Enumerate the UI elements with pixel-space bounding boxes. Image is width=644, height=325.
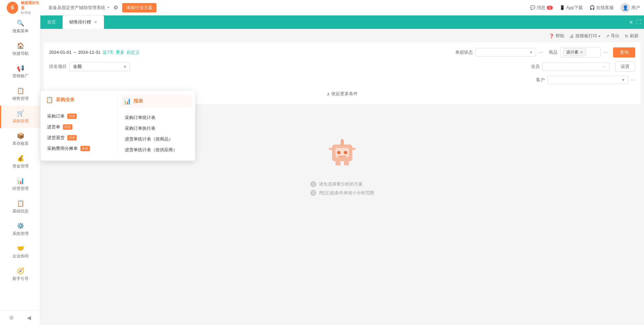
sidebar-item-search[interactable]: 🔍 搜索菜单 <box>0 15 40 38</box>
tip-1-num: 1 <box>310 181 316 187</box>
purchase-dropdown-columns: 📋 采购业务 采购订单 历史 进货单 历史 进货退货 历史 采购费用分摊单 历史 <box>46 96 190 155</box>
sales-icon: 📋 <box>17 87 24 94</box>
sidebar-label-purchase: 采购管理 <box>12 118 29 124</box>
sidebar-item-basic[interactable]: 📋 基础信息 <box>0 196 40 218</box>
goods-more-icon[interactable]: ··· <box>603 49 608 55</box>
goods-tag-close-icon[interactable]: ✕ <box>580 50 583 55</box>
sidebar-item-enterprise[interactable]: 🤝 企业协同 <box>0 241 40 263</box>
tab-close-window-icon[interactable]: ✕ <box>629 19 633 26</box>
sidebar-item-system[interactable]: ⚙️ 系统管理 <box>0 218 40 241</box>
sidebar-label-operation: 经营管理 <box>12 186 29 192</box>
purchase-icon: 🛒 <box>17 110 24 117</box>
svg-rect-7 <box>329 148 333 150</box>
industry-button[interactable]: 体验行业方案 <box>122 3 156 12</box>
sidebar-item-operation[interactable]: 📊 经营管理 <box>0 173 40 196</box>
purchase-return-item[interactable]: 进货退货 历史 <box>46 132 112 143</box>
rank-select[interactable]: 金额 ▾ <box>69 62 130 71</box>
refresh-button[interactable]: ↻ 刷新 <box>625 33 639 39</box>
query-button[interactable]: 查询 <box>613 47 635 57</box>
export-button[interactable]: ↗ 导出 <box>606 33 619 39</box>
doc-status-more-icon[interactable]: ··· <box>539 49 543 55</box>
tip-2-num: 2 <box>310 190 316 196</box>
system-icon: ⚙️ <box>17 222 24 230</box>
message-badge: 6 <box>547 6 553 10</box>
salesperson-arrow-icon: ··· <box>602 64 606 69</box>
tab-sales-rank[interactable]: 销售排行榜 ✕ <box>63 15 104 29</box>
sidebar-item-sales[interactable]: 📋 销售管理 <box>0 83 40 106</box>
bottom-collapse-btn[interactable]: ◀ <box>27 315 31 321</box>
tab-home[interactable]: 首页 <box>40 15 63 29</box>
svg-rect-8 <box>352 148 356 150</box>
print-arrow-icon: ▾ <box>599 34 600 38</box>
purchase-inbound-item[interactable]: 进货单 历史 <box>46 122 112 132</box>
online-service-tool[interactable]: 🎧 在线客服 <box>589 5 614 11</box>
shortcut-7days[interactable]: 近7天 <box>103 49 114 55</box>
dropdown-arrow-icon[interactable]: ▾ <box>107 5 109 10</box>
print-icon: 🖨 <box>570 34 574 39</box>
system-title: 装备及固定资产辅助管理系统 ▾ <box>48 5 109 11</box>
rank-arrow-icon: ▾ <box>124 64 126 69</box>
goods-tag: 设计素 ✕ <box>563 48 586 56</box>
user-tool[interactable]: 👤 用户 <box>620 3 640 12</box>
purchase-order-item[interactable]: 采购订单 历史 <box>46 111 112 122</box>
salesperson-select[interactable]: ··· <box>542 63 610 71</box>
tip-2-text: 用[过滤]条件来缩小分析范围 <box>319 190 374 196</box>
customer-label: 客户 <box>536 77 545 83</box>
report-inbound-by-supplier[interactable]: 进货单统计表（按供应商） <box>123 145 190 155</box>
sidebar-item-guide[interactable]: 🧭 新手引导 <box>0 263 40 286</box>
doc-status-label: 单据状态 <box>455 49 473 55</box>
collapse-up-icon: ∧ <box>327 91 330 96</box>
basic-icon: 📋 <box>17 200 24 207</box>
set-button[interactable]: 设置 <box>615 62 635 72</box>
customer-select[interactable]: ▾ <box>547 76 628 84</box>
inventory-icon: 📦 <box>17 132 24 139</box>
tab-bar: 首页 销售排行榜 ✕ ✕ ⛶ <box>40 15 644 29</box>
sidebar-item-capital[interactable]: 💰 资金管理 <box>0 151 40 173</box>
collapse-button[interactable]: ∧ 收起更多条件 <box>327 91 358 97</box>
sidebar-label-sales: 销售管理 <box>12 96 29 101</box>
svg-point-2 <box>337 151 341 154</box>
sidebar-item-quicknav[interactable]: 🏠 快捷导航 <box>0 38 40 60</box>
tab-close-icon[interactable]: ✕ <box>94 20 97 25</box>
goods-select[interactable]: 设计素 ✕ <box>560 47 601 57</box>
purchase-section-icon: 📋 <box>46 96 53 104</box>
report-inbound-by-goods[interactable]: 进货单统计表（按商品） <box>123 134 190 145</box>
goods-filter: 商品 设计素 ✕ ··· <box>549 47 608 57</box>
history-tag-1: 历史 <box>63 124 72 130</box>
avatar: 👤 <box>620 3 630 12</box>
messages-tool[interactable]: 💬 消息 6 <box>530 5 553 11</box>
settings-icon[interactable]: ⚙ <box>113 4 118 11</box>
sidebar-label-inventory: 库存核算 <box>12 141 29 147</box>
shortcut-more[interactable]: 更多 <box>116 49 124 55</box>
main-layout: 🔍 搜索菜单 🏠 快捷导航 📢 营销推广 📋 销售管理 🛒 采购管理 📦 <box>0 15 644 325</box>
toolbar-row: ❓ 帮助 🖨 按模板打印 ▾ ↗ 导出 ↻ 刷新 <box>40 29 644 39</box>
sidebar-label-system: 系统管理 <box>12 231 29 237</box>
sidebar-item-purchase[interactable]: 🛒 采购管理 <box>0 106 40 128</box>
help-button[interactable]: ❓ 帮助 <box>549 33 564 39</box>
sidebar-label-capital: 资金管理 <box>12 163 29 169</box>
doc-status-select[interactable]: ▾ <box>475 48 536 56</box>
app-download-tool[interactable]: 📱 App下载 <box>560 5 583 11</box>
svg-point-3 <box>344 151 347 154</box>
bottom-settings-btn[interactable]: ⚙ <box>9 315 14 321</box>
svg-rect-4 <box>338 156 346 157</box>
shortcut-custom[interactable]: 自定义 <box>127 49 140 55</box>
tab-resize-icon[interactable]: ⛶ <box>636 19 641 25</box>
purchase-expense-item[interactable]: 采购费用分摊单 历史 <box>46 143 112 154</box>
template-print-button[interactable]: 🖨 按模板打印 ▾ <box>570 33 600 39</box>
top-header: 6 畅捷通好生意 标准版 装备及固定资产辅助管理系统 ▾ ⚙ 体验行业方案 💬 … <box>0 0 644 15</box>
svg-rect-9 <box>335 161 341 165</box>
sidebar-label-quicknav: 快捷导航 <box>12 51 29 56</box>
report-section-title: 📊 报表 <box>121 95 193 108</box>
sidebar-item-marketing[interactable]: 📢 营销推广 <box>0 60 40 83</box>
empty-tips: 1 请先选择要分析的方案 2 用[过滤]条件来缩小分析范围 <box>310 181 374 196</box>
sidebar-item-inventory[interactable]: 📦 库存核算 <box>0 128 40 151</box>
report-purchase-order-stat[interactable]: 采购订单统计表 <box>123 112 190 123</box>
filter-row-1: 2024-01-01 ~ 2024-12-31 近7天 更多 自定义 单据状态 <box>49 47 635 57</box>
customer-arrow-icon: ▾ <box>622 77 624 82</box>
report-column: 📊 报表 采购订单统计表 采购订单执行表 进货单统计表（按商品） 进货单统计表（… <box>123 96 190 155</box>
rank-label: 排名项目 <box>49 64 67 70</box>
customer-more-icon[interactable]: ··· <box>631 77 635 83</box>
report-purchase-order-exec[interactable]: 采购订单执行表 <box>123 123 190 134</box>
help-icon: ❓ <box>549 34 554 39</box>
